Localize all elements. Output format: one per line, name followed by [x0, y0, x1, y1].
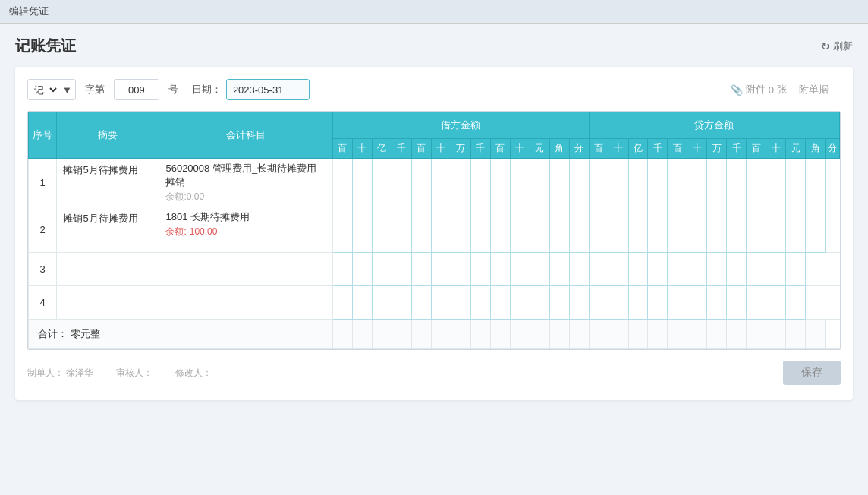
account-balance-negative: 余额:-100.00: [165, 225, 326, 238]
seq-cell: 1: [29, 159, 57, 207]
debit-header: 借方金额: [332, 112, 589, 139]
voucher-table-wrapper: 序号 摘要 会计科目 借方金额 贷方金额 百 十 亿 千 百 十: [27, 111, 841, 350]
modifier-label: 修改人：: [175, 367, 212, 378]
attachment-label: 附件: [746, 83, 766, 96]
creator-name: 徐泽华: [66, 367, 93, 378]
account-cell[interactable]: 56020008 管理费用_长期待摊费用摊销 余额:0.00: [159, 159, 333, 207]
refresh-label: 刷新: [833, 39, 853, 53]
page-title: 记账凭证: [15, 36, 76, 56]
summary-header: 摘要: [57, 112, 159, 159]
footer-label: 合计： 零元整: [29, 320, 333, 349]
voucher-type-select[interactable]: 记: [28, 79, 59, 100]
summary-cell[interactable]: 摊销5月待摊费用: [57, 159, 159, 207]
date-group: 日期：: [192, 79, 310, 100]
attachment-count: 0: [769, 84, 774, 96]
account-cell[interactable]: [159, 253, 333, 286]
voucher-type-group: 记 ▼ 字第 号: [27, 79, 183, 100]
table-row: 4: [29, 286, 840, 320]
seq-header: 序号: [29, 112, 57, 159]
account-balance: 余额:0.00: [165, 191, 326, 203]
footer-row: 合计： 零元整: [29, 320, 840, 349]
number-suffix: 号: [164, 83, 183, 96]
dropdown-arrow-icon: ▼: [59, 84, 75, 96]
creator-label: 制单人：: [27, 367, 64, 378]
account-code: 56020008 管理费用_长期待摊费用摊销: [165, 162, 326, 189]
account-code: 1801 长期待摊费用: [165, 210, 326, 224]
summary-cell[interactable]: 摊销5月待摊费用: [57, 207, 159, 253]
seq-cell: 2: [29, 207, 57, 253]
summary-cell[interactable]: [57, 253, 159, 286]
creator-info: 制单人： 徐泽华: [27, 367, 93, 380]
attachment-sheets-label: 附单据: [799, 83, 829, 96]
refresh-button[interactable]: ↻ 刷新: [821, 39, 853, 53]
main-content: 记账凭证 ↻ 刷新 记 ▼ 字第 号: [0, 24, 868, 495]
account-cell[interactable]: 1801 长期待摊费用 余额:-100.00: [159, 207, 333, 253]
voucher-number-input[interactable]: [114, 79, 159, 100]
date-label: 日期：: [192, 83, 222, 96]
date-input[interactable]: [226, 79, 310, 100]
voucher-card: 记 ▼ 字第 号 日期： 📎 附件 0: [15, 67, 853, 400]
refresh-icon: ↻: [821, 40, 830, 52]
form-row: 记 ▼ 字第 号 日期： 📎 附件 0: [27, 79, 841, 100]
account-cell[interactable]: [159, 286, 333, 320]
attachment-unit: 张: [777, 83, 787, 96]
table-body: 1 摊销5月待摊费用 56020008 管理费用_长期待摊费用摊销 余额:0.0…: [29, 159, 840, 349]
voucher-type-select-group[interactable]: 记 ▼: [27, 79, 76, 100]
credit-header: 贷方金额: [589, 112, 839, 139]
title-bar: 编辑凭证: [0, 0, 868, 24]
main-window: 编辑凭证 记账凭证 ↻ 刷新 记 ▼ 字第: [0, 0, 868, 495]
reviewer-info: 审核人：: [116, 367, 153, 380]
info-row: 制单人： 徐泽华 审核人： 修改人： 保存: [27, 361, 841, 388]
reviewer-label: 审核人：: [116, 367, 153, 378]
save-button[interactable]: 保存: [783, 361, 841, 385]
voucher-table: 序号 摘要 会计科目 借方金额 贷方金额 百 十 亿 千 百 十: [28, 112, 840, 349]
table-row: 3: [29, 253, 840, 286]
table-row: 1 摊销5月待摊费用 56020008 管理费用_长期待摊费用摊销 余额:0.0…: [29, 159, 840, 207]
window-title: 编辑凭证: [9, 5, 49, 17]
table-row: 2 摊销5月待摊费用 1801 长期待摊费用 余额:-100.00: [29, 207, 840, 253]
account-header: 会计科目: [159, 112, 333, 159]
attachment-info: 📎 附件 0 张: [731, 83, 787, 96]
modifier-info: 修改人：: [175, 367, 212, 380]
summary-cell[interactable]: [57, 286, 159, 320]
page-header: 记账凭证 ↻ 刷新: [15, 36, 853, 56]
table-header-top: 序号 摘要 会计科目 借方金额 贷方金额: [29, 112, 840, 139]
right-controls: 📎 附件 0 张 附单据: [731, 83, 841, 96]
zi-label: 字第: [80, 83, 109, 96]
paperclip-icon: 📎: [731, 84, 743, 96]
seq-cell: 4: [29, 286, 57, 320]
seq-cell: 3: [29, 253, 57, 286]
